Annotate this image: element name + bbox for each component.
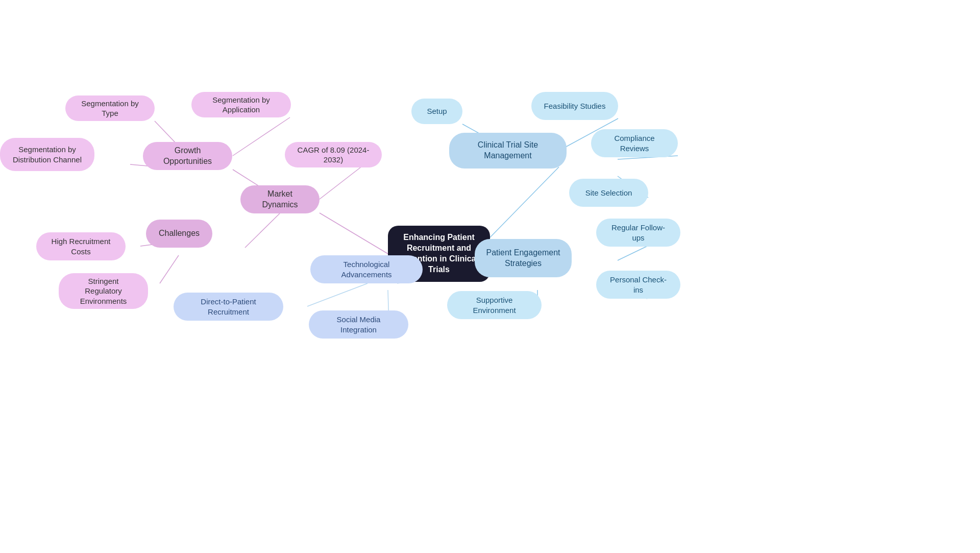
segmentation-application-label: Segmentation by Application bbox=[202, 95, 281, 115]
svg-line-8 bbox=[233, 117, 290, 156]
challenges-node: Challenges bbox=[146, 220, 212, 248]
high-recruitment-node: High Recruitment Costs bbox=[36, 232, 126, 260]
stringent-regulatory-node: Stringent Regulatory Environments bbox=[59, 273, 148, 309]
patient-engagement-label: Patient Engagement Strategies bbox=[485, 248, 561, 269]
cagr-node: CAGR of 8.09 (2024-2032) bbox=[285, 142, 382, 167]
svg-line-2 bbox=[490, 167, 559, 237]
site-selection-label: Site Selection bbox=[585, 188, 632, 198]
site-selection-node: Site Selection bbox=[569, 179, 648, 207]
clinical-trial-site-node: Clinical Trial Site Management bbox=[449, 133, 567, 169]
social-media-node: Social Media Integration bbox=[309, 310, 408, 339]
svg-line-6 bbox=[320, 166, 362, 199]
patient-engagement-node: Patient Engagement Strategies bbox=[475, 239, 572, 277]
direct-to-patient-label: Direct-to-Patient Recruitment bbox=[184, 297, 273, 317]
market-dynamics-node: Market Dynamics bbox=[240, 185, 320, 213]
segmentation-type-label: Segmentation by Type bbox=[76, 99, 144, 118]
social-media-label: Social Media Integration bbox=[319, 315, 398, 334]
market-dynamics-label: Market Dynamics bbox=[251, 189, 309, 210]
svg-line-5 bbox=[245, 213, 280, 248]
regular-followups-label: Regular Follow-ups bbox=[606, 223, 670, 243]
regular-followups-node: Regular Follow-ups bbox=[596, 219, 680, 247]
tech-advancements-label: Technological Advancements bbox=[321, 259, 412, 279]
feasibility-studies-label: Feasibility Studies bbox=[544, 101, 606, 111]
tech-advancements-node: Technological Advancements bbox=[310, 255, 423, 283]
mindmap-container: Enhancing Patient Recruitment and Retent… bbox=[0, 0, 980, 553]
supportive-environment-label: Supportive Environment bbox=[457, 295, 531, 315]
segmentation-distribution-label: Segmentation by Distribution Channel bbox=[10, 145, 84, 164]
setup-label: Setup bbox=[427, 106, 447, 116]
supportive-environment-node: Supportive Environment bbox=[447, 291, 542, 319]
compliance-reviews-node: Compliance Reviews bbox=[591, 129, 678, 157]
clinical-trial-site-label: Clinical Trial Site Management bbox=[459, 140, 556, 161]
segmentation-type-node: Segmentation by Type bbox=[65, 95, 155, 121]
growth-opportunities-node: Growth Opportunities bbox=[143, 142, 232, 170]
direct-to-patient-node: Direct-to-Patient Recruitment bbox=[174, 293, 283, 321]
svg-line-11 bbox=[160, 255, 179, 283]
personal-checkins-label: Personal Check-ins bbox=[606, 275, 670, 295]
svg-line-18 bbox=[618, 246, 647, 260]
high-recruitment-label: High Recruitment Costs bbox=[46, 236, 115, 256]
stringent-regulatory-label: Stringent Regulatory Environments bbox=[69, 276, 138, 306]
segmentation-distribution-node: Segmentation by Distribution Channel bbox=[0, 138, 94, 171]
personal-checkins-node: Personal Check-ins bbox=[596, 271, 680, 299]
growth-opportunities-label: Growth Opportunities bbox=[153, 146, 222, 167]
feasibility-studies-node: Feasibility Studies bbox=[531, 92, 618, 120]
setup-node: Setup bbox=[411, 99, 462, 124]
cagr-label: CAGR of 8.09 (2024-2032) bbox=[295, 145, 372, 165]
challenges-label: Challenges bbox=[159, 228, 200, 239]
segmentation-application-node: Segmentation by Application bbox=[191, 92, 291, 117]
svg-line-12 bbox=[307, 283, 368, 306]
compliance-reviews-label: Compliance Reviews bbox=[601, 133, 668, 153]
svg-line-0 bbox=[320, 213, 388, 254]
